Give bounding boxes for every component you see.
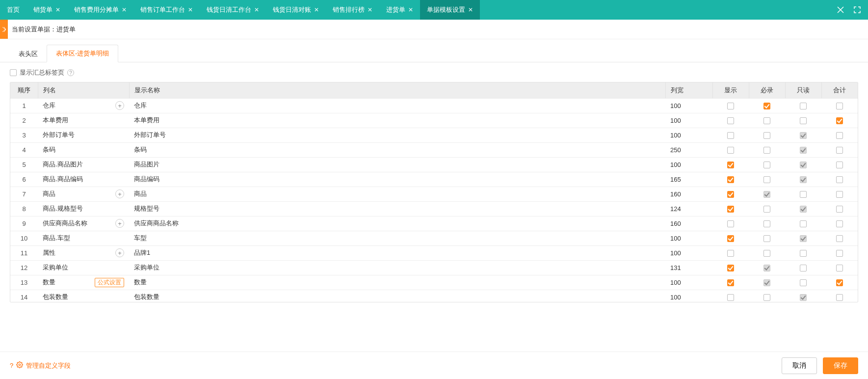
checkbox[interactable]: [800, 191, 807, 198]
checkbox[interactable]: [727, 250, 734, 257]
cell-dispname[interactable]: 商品图片: [129, 157, 665, 172]
checkbox[interactable]: [727, 206, 734, 213]
cell-width[interactable]: 131: [665, 260, 712, 275]
cell-width[interactable]: 100: [665, 231, 712, 245]
checkbox[interactable]: [800, 176, 807, 183]
checkbox[interactable]: [763, 132, 770, 139]
close-icon[interactable]: ✕: [55, 6, 60, 13]
cell-width[interactable]: 100: [665, 290, 712, 302]
checkbox[interactable]: [836, 206, 843, 213]
checkbox[interactable]: [763, 294, 770, 301]
checkbox[interactable]: [800, 250, 807, 257]
close-icon[interactable]: ✕: [254, 6, 259, 13]
top-tab[interactable]: 销售排行榜✕: [326, 0, 379, 20]
help-icon[interactable]: ?: [67, 69, 74, 76]
close-icon[interactable]: ✕: [408, 6, 413, 13]
cell-dispname[interactable]: 车型: [129, 231, 665, 245]
checkbox[interactable]: [836, 250, 843, 257]
top-tab[interactable]: 销售订单工作台✕: [133, 0, 200, 20]
checkbox[interactable]: [836, 132, 843, 139]
checkbox[interactable]: [763, 235, 770, 242]
checkbox[interactable]: [727, 132, 734, 139]
checkbox[interactable]: [800, 294, 807, 301]
cell-dispname[interactable]: 采购单位: [129, 260, 665, 275]
checkbox[interactable]: [763, 147, 770, 154]
cell-width[interactable]: 100: [665, 275, 712, 290]
checkbox[interactable]: [836, 162, 843, 168]
cell-width[interactable]: 100: [665, 113, 712, 128]
cell-dispname[interactable]: 外部订单号: [129, 128, 665, 142]
cell-width[interactable]: 100: [665, 245, 712, 260]
cell-width[interactable]: 160: [665, 187, 712, 201]
checkbox[interactable]: [836, 147, 843, 154]
checkbox[interactable]: [800, 265, 807, 271]
checkbox[interactable]: [727, 265, 734, 271]
cell-dispname[interactable]: 包装数量: [129, 290, 665, 302]
top-tab[interactable]: 单据模板设置✕: [420, 0, 480, 20]
close-icon[interactable]: ✕: [314, 6, 319, 13]
cell-width[interactable]: 160: [665, 216, 712, 231]
close-icon[interactable]: ✕: [122, 6, 127, 13]
show-summary-tab-checkbox[interactable]: [10, 69, 17, 76]
checkbox[interactable]: [836, 191, 843, 198]
cell-dispname[interactable]: 仓库: [129, 98, 665, 113]
cell-width[interactable]: 124: [665, 201, 712, 216]
top-tab[interactable]: 销售费用分摊单✕: [67, 0, 133, 20]
checkbox[interactable]: [836, 103, 843, 109]
checkbox[interactable]: [836, 279, 843, 286]
checkbox[interactable]: [800, 220, 807, 227]
top-tab[interactable]: 销货单✕: [26, 0, 67, 20]
close-icon[interactable]: ✕: [188, 6, 193, 13]
plus-icon[interactable]: +: [115, 101, 124, 110]
checkbox[interactable]: [836, 220, 843, 227]
checkbox[interactable]: [727, 191, 734, 198]
close-icon[interactable]: ✕: [468, 6, 473, 13]
checkbox[interactable]: [800, 279, 807, 286]
checkbox[interactable]: [727, 294, 734, 301]
checkbox[interactable]: [727, 235, 734, 242]
checkbox[interactable]: [727, 103, 734, 109]
plus-icon[interactable]: +: [115, 190, 124, 198]
expand-handle-icon[interactable]: [0, 20, 8, 39]
cell-dispname[interactable]: 数量: [129, 275, 665, 290]
checkbox[interactable]: [727, 176, 734, 183]
plus-icon[interactable]: +: [115, 248, 124, 257]
inner-tab[interactable]: 表头区: [10, 46, 47, 62]
checkbox[interactable]: [800, 235, 807, 242]
checkbox[interactable]: [763, 162, 770, 168]
checkbox[interactable]: [763, 117, 770, 124]
inner-tab[interactable]: 表体区-进货单明细: [47, 45, 118, 62]
checkbox[interactable]: [836, 176, 843, 183]
formula-tag[interactable]: 公式设置: [95, 278, 124, 287]
checkbox[interactable]: [836, 265, 843, 271]
checkbox[interactable]: [763, 103, 770, 109]
cell-dispname[interactable]: 商品: [129, 187, 665, 201]
top-tab[interactable]: 首页: [0, 0, 26, 20]
checkbox[interactable]: [836, 235, 843, 242]
checkbox[interactable]: [763, 206, 770, 213]
checkbox[interactable]: [763, 250, 770, 257]
checkbox[interactable]: [763, 265, 770, 271]
cell-width[interactable]: 100: [665, 128, 712, 142]
top-tab[interactable]: 钱货日清对账✕: [266, 0, 326, 20]
cell-dispname[interactable]: 品牌1: [129, 245, 665, 260]
top-tab[interactable]: 钱货日清工作台✕: [200, 0, 266, 20]
checkbox[interactable]: [800, 117, 807, 124]
checkbox[interactable]: [800, 147, 807, 154]
checkbox[interactable]: [800, 162, 807, 168]
cell-dispname[interactable]: 条码: [129, 142, 665, 157]
close-icon[interactable]: ✕: [368, 6, 372, 13]
cell-width[interactable]: 100: [665, 98, 712, 113]
checkbox[interactable]: [727, 147, 734, 154]
checkbox[interactable]: [836, 117, 843, 124]
checkbox[interactable]: [763, 279, 770, 286]
checkbox[interactable]: [763, 220, 770, 227]
top-tab[interactable]: 进货单✕: [379, 0, 420, 20]
checkbox[interactable]: [727, 117, 734, 124]
cell-dispname[interactable]: 本单费用: [129, 113, 665, 128]
cell-dispname[interactable]: 商品编码: [129, 172, 665, 187]
fullscreen-icon[interactable]: [850, 3, 864, 17]
cell-dispname[interactable]: 供应商商品名称: [129, 216, 665, 231]
cell-width[interactable]: 250: [665, 142, 712, 157]
checkbox[interactable]: [763, 176, 770, 183]
